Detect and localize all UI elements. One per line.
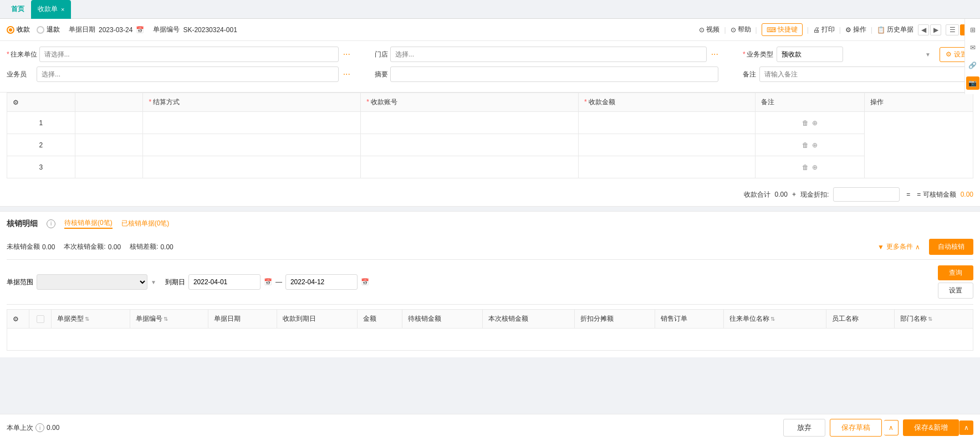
th-amount: * 收款金额 [579, 93, 756, 112]
store-group: 门店 ··· [375, 47, 721, 62]
chevron-up-icon: ∧ [915, 243, 920, 251]
summary-input[interactable] [390, 66, 718, 82]
date-from-icon[interactable]: 📅 [264, 278, 272, 286]
delete-icon-3[interactable]: 🗑 [802, 163, 809, 171]
radio-refund[interactable]: 退款 [37, 25, 60, 34]
header-actions: ⊙ 视频 | ⊙ 帮助 | ⌨ 快捷键 | 🖨 打印 | ⚙ 操作 | 📋 历史… [699, 23, 973, 36]
select-all-checkbox[interactable] [37, 315, 44, 323]
current-label: 本次核销金额: [64, 242, 105, 252]
verify-info-icon[interactable]: i [47, 219, 55, 228]
biz-select[interactable]: 预收款 应收款 [777, 47, 843, 62]
nav-prev[interactable]: ◀ [918, 24, 929, 35]
verify-table: ⚙ 单据类型⇅ 单据编号⇅ 单据日期 收款到期日 [7, 309, 973, 351]
right-panel-link-icon[interactable]: 🔗 [966, 59, 979, 72]
td-account-1[interactable] [143, 112, 361, 134]
td-amount-1[interactable] [361, 112, 579, 134]
vth-settings[interactable]: ⚙ [7, 310, 29, 329]
biz-chevron: ▼ [925, 52, 931, 58]
more-conditions-btn[interactable]: ▼ 更多条件 ∧ [877, 242, 920, 252]
operation-link[interactable]: ⚙ 操作 [845, 25, 866, 34]
store-input[interactable] [390, 47, 707, 62]
layout-list[interactable]: ☰ [946, 24, 959, 35]
th-index [75, 93, 143, 112]
td-settle-2[interactable] [75, 134, 143, 156]
filter-buttons: 查询 设置 [938, 265, 973, 299]
td-note-3[interactable] [579, 156, 756, 178]
store-more[interactable]: ··· [709, 49, 721, 59]
shortcut-icon: ⌨ [767, 26, 776, 34]
filter-settings-btn[interactable]: 设置 [938, 283, 973, 299]
right-panel-table-icon[interactable]: ⊞ [966, 23, 979, 37]
bottom-info-icon[interactable]: i [35, 423, 44, 432]
remark-input[interactable] [759, 66, 971, 82]
td-settle-1[interactable] [75, 112, 143, 134]
video-link[interactable]: ⊙ 视频 [699, 25, 719, 34]
auto-verify-btn[interactable]: 自动核销 [929, 239, 973, 255]
tab-receipt-close[interactable]: × [61, 6, 64, 13]
query-btn[interactable]: 查询 [938, 265, 973, 280]
diff-label: 核销差额: [130, 242, 158, 252]
copy-icon-2[interactable]: ⊕ [812, 141, 818, 149]
copy-icon-3[interactable]: ⊕ [812, 163, 818, 171]
help-icon: ⊙ [731, 26, 736, 34]
due-date-label: 到期日 [165, 278, 185, 287]
td-account-3[interactable] [143, 156, 361, 178]
staff-input[interactable] [37, 66, 339, 82]
right-panel-email-icon[interactable]: ✉ [966, 41, 979, 54]
date-to-input[interactable] [285, 274, 358, 290]
verify-stats: 未核销金额 0.00 本次核销金额: 0.00 核销差额: 0.00 ▼ 更多条… [7, 234, 973, 259]
delete-icon-1[interactable]: 🗑 [802, 119, 809, 127]
td-index-2: 2 [7, 134, 75, 156]
abandon-btn[interactable]: 放弃 [783, 419, 825, 437]
date-from-input[interactable] [188, 274, 261, 290]
partner-more[interactable]: ··· [341, 49, 353, 59]
nav-next[interactable]: ▶ [930, 24, 941, 35]
copy-icon-1[interactable]: ⊕ [812, 119, 818, 127]
date-to-icon[interactable]: 📅 [361, 278, 369, 286]
td-action-3: 🗑 ⊕ [756, 156, 864, 178]
history-icon: 📋 [877, 26, 885, 34]
plus-sign: + [792, 191, 796, 198]
form-row-2: 业务员 ··· 摘要 备注 [7, 66, 973, 82]
partner-input[interactable] [39, 47, 339, 62]
table-container: ⚙ * 结算方式 * 收款账号 * 收款金额 备注 操作 [0, 93, 980, 183]
current-stat: 本次核销金额: 0.00 [64, 242, 121, 252]
receipt-refund-group: 收款 退款 [7, 25, 60, 34]
discount-label: 现金折扣: [800, 190, 829, 199]
help-link[interactable]: ⊙ 帮助 [731, 25, 751, 34]
save-draft-btn[interactable]: 保存草稿 [830, 419, 882, 437]
td-amount-2[interactable] [361, 134, 579, 156]
shortcut-btn[interactable]: ⌨ 快捷键 [762, 23, 803, 36]
delete-icon-2[interactable]: 🗑 [802, 141, 809, 149]
td-amount-3[interactable] [361, 156, 579, 178]
tab-home[interactable]: 首页 [4, 0, 31, 19]
diff-stat: 核销差额: 0.00 [130, 242, 173, 252]
discount-input[interactable] [833, 187, 900, 202]
vth-pending: 待核销金额 [402, 310, 482, 329]
biz-select-wrapper: 预收款 应收款 ▼ [777, 47, 935, 62]
number-value: SK-20230324-001 [183, 26, 237, 34]
td-note-2[interactable] [579, 134, 756, 156]
done-tab[interactable]: 已核销单据(0笔) [121, 219, 170, 228]
th-settings[interactable]: ⚙ [7, 93, 75, 112]
calendar-icon[interactable]: 📅 [136, 26, 144, 34]
td-account-2[interactable] [143, 134, 361, 156]
save-new-arrow[interactable]: ∧ [959, 421, 973, 435]
history-link[interactable]: 📋 历史单据 [877, 25, 913, 34]
save-new-btn[interactable]: 保存&新增 [903, 419, 959, 436]
verify-header: 核销明细 i 待核销单据(0笔) 已核销单据(0笔) [7, 218, 973, 229]
pending-tab[interactable]: 待核销单据(0笔) [64, 218, 113, 229]
filter-row: 单据范围 ▼ 到期日 📅 — 📅 查询 设置 [7, 259, 973, 305]
td-settle-3[interactable] [75, 156, 143, 178]
nav-arrows: ◀ ▶ [918, 24, 941, 35]
partner-required: * [7, 50, 9, 58]
td-note-1[interactable] [579, 112, 756, 134]
tab-receipt[interactable]: 收款单 × [31, 0, 71, 19]
right-panel-camera-icon[interactable]: 📷 [966, 76, 979, 90]
range-select[interactable] [37, 274, 147, 290]
save-draft-arrow[interactable]: ∧ [884, 420, 899, 435]
print-link[interactable]: 🖨 打印 [813, 25, 835, 34]
staff-more[interactable]: ··· [341, 69, 353, 79]
radio-receipt[interactable]: 收款 [7, 25, 30, 34]
table-row: 3 🗑 ⊕ [7, 156, 973, 178]
